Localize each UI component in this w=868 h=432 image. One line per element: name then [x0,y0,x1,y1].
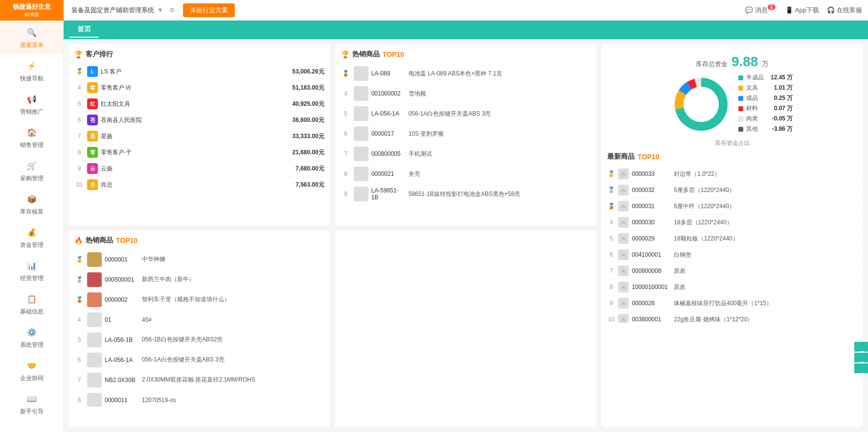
sidebar-item-operation[interactable]: 📊 经营管理 [0,254,63,287]
product-name: 电池盖 LA-089 ABS本色+黑种 7.1克 [409,70,591,78]
purchase-icon: 🛒 [25,159,39,172]
legend-item: 成品 0.25 万 [738,94,793,102]
tab-home[interactable]: 首页 [69,22,99,38]
product-code: NB2.0X30B [105,377,139,384]
product-thumbnail: Ai [618,185,629,195]
product-thumbnail: Ai [618,217,629,228]
placeholder-card [335,230,597,428]
inventory-total: 库存总资金 9.88 万 [607,54,857,70]
sidebar-item-marketing[interactable]: 📢 营销推广 [0,87,63,120]
rank-num: 8 [74,149,84,156]
legend-color-dot [738,117,743,121]
online-service-button[interactable]: 🎧 在线客服 [827,6,862,15]
search-icon: 🔍 [25,25,39,39]
customer-badge: 肖 [87,179,98,190]
rank-num: 7 [74,377,84,384]
dashboard: 🏆 客户排行 🥇 L LS 客户 53,006.26元 4 零 零售客户·许 5… [64,39,868,432]
list-item: 4 001000002 雪地靴 [341,84,591,104]
operation-icon: 📊 [25,259,39,272]
legend-color-dot [738,127,743,132]
rank-medal-icon: 🥇 [607,170,615,177]
customer-name: 肖总 [101,181,296,189]
product-thumbnail: Ai [618,314,629,323]
customer-badge: 云 [87,163,98,174]
sidebar-item-finance[interactable]: 💰 资金管理 [0,220,63,254]
sidebar-item-sales[interactable]: 🏠 销售管理 [0,120,63,154]
product-code: 004100001 [632,251,671,258]
float-button-service[interactable]: 客服热线 [854,342,868,352]
sidebar-item-quick[interactable]: ⚡ 快捷导航 [0,54,63,87]
sidebar-item-search[interactable]: 🔍 搜索菜单 [0,21,63,54]
list-item: 10 肖 肖总 7,563.00元 [74,177,324,193]
list-item: 🥇 Ai 0000033 封边带（1.0*22） [607,166,857,182]
product-name: 智利车子里（规格不知道填什么） [142,295,324,304]
product-code: 0000033 [632,170,671,177]
product-name: 12070519-xs [142,397,324,404]
messages-button[interactable]: 💬 消息 6 [745,6,777,15]
legend-name: 材料 [746,104,767,113]
product-name: 22g鱼豆腐·烧烤味（1*12*20） [674,315,857,323]
top-sales-rank-title: 🏆 热销商品 TOP10 [341,50,591,59]
float-button-live[interactable]: 直播 [854,363,868,373]
trial-button[interactable]: 体验行业方案 [183,3,235,17]
product-name: 18多层（1220*2440） [674,218,857,227]
list-item: 🥇 0000001 中华神腩 [74,250,324,270]
sidebar-item-system[interactable]: ⚙️ 系统管理 [0,320,63,354]
product-thumbnail [87,292,102,307]
inventory-total-label: 库存总资金 [696,60,728,68]
product-thumbnail [354,187,368,201]
float-button-community[interactable]: 服务社区 [854,353,868,362]
product-code: 0000021 [371,170,406,177]
sidebar-item-basic[interactable]: 📋 基础信息 [0,287,63,320]
sidebar-item-purchase[interactable]: 🛒 采购管理 [0,154,63,187]
list-item: 7 Ai 000800008 原差 [607,263,857,279]
list-item: 🥉 LA-089 电池盖 LA-089 ABS本色+黑种 7.1克 [341,64,591,84]
legend-value: 0.25 万 [774,94,793,102]
legend-name: 肉类 [746,115,765,123]
hot-products-list: 🥇 0000001 中华神腩 🥈 000500001 新西兰牛肉（新牛） 🥉 [74,250,324,407]
customer-name: 星扬 [101,132,292,141]
product-code: 01 [105,316,139,323]
list-item: 5 Ai 0000029 18颗粒板（1220*2440） [607,231,857,247]
gear-icon[interactable]: ⚙ [169,6,175,14]
product-code: 0000031 [632,203,671,210]
product-name: 056-1A白色按键开关盖ABS 3壳 [142,356,324,364]
product-name: 59651-1B旋转投影灯电池盒ABS黑色+58壳 [409,190,591,198]
product-thumbnail [87,272,102,287]
rank-medal-icon: 🥇 [74,256,84,263]
trophy-icon: 🏆 [341,50,349,58]
product-name: 原差 [674,283,857,291]
product-name: 手机测试 [409,150,591,158]
product-thumbnail [354,86,368,101]
sidebar-item-cooperation[interactable]: 🤝 企业协同 [0,354,63,387]
product-code: 000800005 [371,150,406,157]
sidebar-label-marketing: 营销推广 [20,108,44,116]
dropdown-arrow-icon[interactable]: ▼ [157,6,163,14]
inventory-unit: 万 [762,60,769,68]
rank-num: 7 [607,267,615,274]
cooperation-icon: 🤝 [25,359,39,372]
app-download-button[interactable]: 📱 App下载 [785,6,819,15]
product-name: 雪地靴 [409,90,591,98]
sidebar-item-guide[interactable]: 📖 新手引导 [0,387,63,420]
sidebar-item-inventory[interactable]: 📦 库存核算 [0,187,63,220]
rank-num: 8 [74,397,84,404]
donut-legend: 半成品 12.45 万 文具 1.01 万 成品 0.25 万 [738,73,793,135]
product-thumbnail [87,333,102,347]
phone-icon: 📱 [785,6,793,14]
list-item: 9 Ai 0000028 体械嘉枝味苏打饮品400毫升（1*15） [607,295,857,312]
rank-num: 10 [74,181,84,188]
topbar: 畅捷通好生意 标准版 装备及固定资产辅助管理系统 ▼ ⚙ 体验行业方案 💬 消息… [0,0,868,21]
rank-num: 5 [74,336,84,343]
list-item: 🥉 Ai 0000031 5厘中纤（1220*2440） [607,198,857,215]
rank-num: 9 [74,165,84,172]
product-thumbnail [87,252,102,267]
product-code: 0000029 [632,235,671,242]
product-name: 新西兰牛肉（新牛） [142,275,324,284]
list-item: 9 LA-59651-1B 59651-1B旋转投影灯电池盒ABS黑色+58壳 [341,184,591,204]
rank-medal-icon: 🥉 [607,203,615,210]
product-thumbnail: Ai [618,201,629,212]
rank-num: 4 [74,84,84,91]
list-item: 🥈 000500001 新西兰牛肉（新牛） [74,270,324,290]
rank-medal-icon: 🥈 [74,276,84,283]
